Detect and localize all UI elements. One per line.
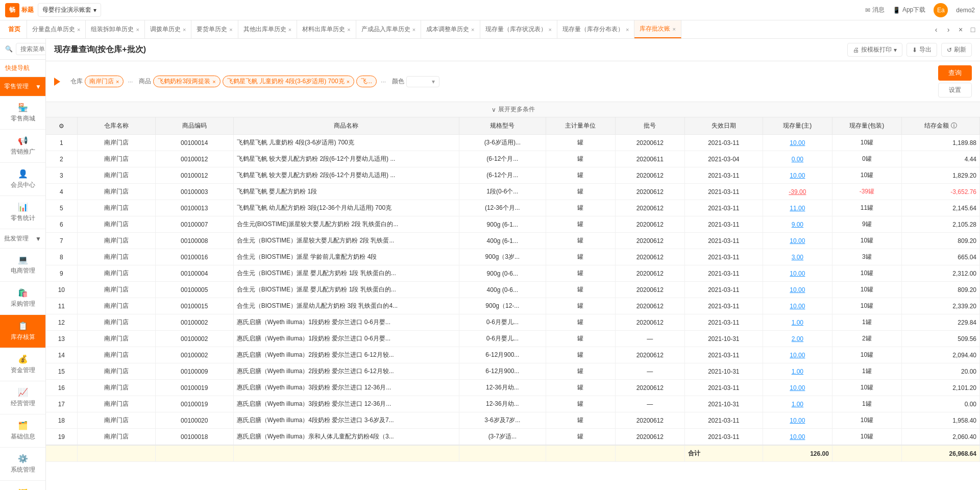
- table-row[interactable]: 12 南岸门店 00100002 惠氏启膳（Wyeth illuma）1段奶粉 …: [46, 314, 980, 331]
- table-row[interactable]: 16 南岸门店 00100019 惠氏启膳（Wyeth illuma）3段奶粉 …: [46, 380, 980, 396]
- table-row[interactable]: 15 南岸门店 00100009 惠氏启膳（Wyeth illuma）2段奶粉 …: [46, 363, 980, 380]
- sidebar-item-system[interactable]: ⚙️系统管理: [0, 448, 45, 481]
- query-btn[interactable]: 查询: [938, 65, 972, 81]
- tab-close-11[interactable]: ×: [672, 26, 675, 32]
- sidebar-item-inventory[interactable]: 📋库存核算: [0, 315, 45, 348]
- table-row[interactable]: 4 南岸门店 00100003 飞鹤星飞帆 婴儿配方奶粉 1段 1段(0-6个.…: [46, 184, 980, 200]
- td-qty-main[interactable]: 11.00: [763, 200, 832, 216]
- table-row[interactable]: 2 南岸门店 00100012 飞鹤星飞帆 较大婴儿配方奶粉 2段(6-12个月…: [46, 151, 980, 167]
- sidebar-item-marketing[interactable]: 📢营销推广: [0, 130, 45, 163]
- tab-close-7[interactable]: ×: [412, 27, 415, 33]
- tab-10[interactable]: 现存量（库存分布表） ×: [557, 20, 634, 38]
- tab-5[interactable]: 其他出库单历史 ×: [238, 20, 297, 38]
- td-qty-main[interactable]: 10.00: [763, 412, 832, 429]
- td-qty-main[interactable]: -39.00: [763, 184, 832, 200]
- table-row[interactable]: 10 南岸门店 00100005 合生元（BIOSTIME）派星 婴儿配方奶粉 …: [46, 282, 980, 298]
- sidebar-item-retail-mall[interactable]: 🏪零售商城: [0, 96, 45, 130]
- tab-maximize-btn[interactable]: □: [968, 24, 978, 35]
- warehouse-tag[interactable]: 南岸门店 ×: [85, 76, 124, 87]
- org-selector[interactable]: 母婴行业演示账套 ▾: [38, 3, 101, 17]
- tab-7[interactable]: 产成品入库单历史 ×: [356, 20, 421, 38]
- tab-2[interactable]: 组装拆卸单历史 ×: [86, 20, 144, 38]
- table-row[interactable]: 11 南岸门店 00100015 合生元（BIOSTIME）派星幼儿配方奶粉 3…: [46, 298, 980, 314]
- sidebar-item-collab[interactable]: 🤝企业协同: [0, 481, 45, 490]
- tab-4[interactable]: 要货单历史 ×: [191, 20, 238, 38]
- tab-close-8[interactable]: ×: [471, 27, 474, 33]
- tab-9[interactable]: 现存量（库存状况表） ×: [480, 20, 557, 38]
- td-qty-main[interactable]: 10.00: [763, 233, 832, 249]
- table-row[interactable]: 1 南岸门店 00100014 飞鹤星飞帆 儿童奶粉 4段(3-6岁适用) 70…: [46, 135, 980, 151]
- table-row[interactable]: 6 南岸门店 00100007 合生元(BIOSTIME)派星较大婴儿配方奶粉 …: [46, 216, 980, 233]
- table-row[interactable]: 14 南岸门店 00100002 惠氏启膳（Wyeth illuma）2段奶粉 …: [46, 347, 980, 363]
- tab-3[interactable]: 调拨单历史 ×: [145, 20, 191, 38]
- warehouse-remove-icon[interactable]: ×: [116, 79, 119, 85]
- goods-ellipsis-btn[interactable]: ···: [381, 78, 386, 85]
- sidebar-item-operations[interactable]: 📈经营管理: [0, 381, 45, 414]
- tab-close-3[interactable]: ×: [183, 27, 186, 33]
- tab-6[interactable]: 材料出库单历史 ×: [297, 20, 356, 38]
- td-qty-main[interactable]: 10.00: [763, 429, 832, 446]
- export-btn[interactable]: ⬇ 导出: [906, 43, 937, 57]
- sidebar-item-finance[interactable]: 💰资金管理: [0, 348, 45, 381]
- setting-btn[interactable]: 设置: [938, 83, 972, 97]
- td-qty-main[interactable]: 9.00: [763, 216, 832, 233]
- search-input[interactable]: [16, 43, 46, 55]
- table-row[interactable]: 7 南岸门店 00100008 合生元（BIOSTIME）派星较大婴儿配方奶粉 …: [46, 233, 980, 249]
- tab-1[interactable]: 分量盘点单历史 ×: [27, 20, 86, 38]
- expand-conditions-btn[interactable]: ∨ 展开更多条件: [54, 105, 972, 114]
- td-qty-main[interactable]: 10.00: [763, 167, 832, 184]
- td-qty-main[interactable]: 2.00: [763, 331, 832, 347]
- color-selector[interactable]: ▾: [406, 76, 439, 87]
- tab-close-2[interactable]: ×: [136, 27, 139, 33]
- tab-next-btn[interactable]: ›: [943, 24, 953, 35]
- sidebar-item-ecommerce[interactable]: 💻电商管理: [0, 249, 45, 282]
- table-row[interactable]: 13 南岸门店 00100002 惠氏启膳（Wyeth illuma）1段奶粉 …: [46, 331, 980, 347]
- table-row[interactable]: 9 南岸门店 00100004 合生元（BIOSTIME）派星 婴儿配方奶粉 1…: [46, 265, 980, 282]
- app-download-btn[interactable]: 📱 App下载: [893, 6, 925, 14]
- warehouse-ellipsis-btn[interactable]: ···: [128, 78, 133, 85]
- tab-close-10[interactable]: ×: [626, 27, 629, 33]
- td-qty-main[interactable]: 1.00: [763, 363, 832, 380]
- goods-tag-1-remove[interactable]: ×: [212, 79, 215, 85]
- sidebar-item-members[interactable]: 👤会员中心: [0, 163, 45, 196]
- goods-tag-3[interactable]: 飞...: [356, 76, 377, 87]
- filter-expand-toggle[interactable]: [54, 78, 60, 86]
- goods-tag-1[interactable]: 飞鹤奶粉3段两提装 ×: [153, 76, 220, 87]
- tab-home[interactable]: 首页: [2, 20, 27, 38]
- td-qty-main[interactable]: 10.00: [763, 380, 832, 396]
- td-qty-main[interactable]: 10.00: [763, 265, 832, 282]
- goods-tag-2[interactable]: 飞鹤星飞帆 儿童奶粉 4段(3-6岁适用) 700克 ×: [223, 76, 354, 87]
- table-row[interactable]: 17 南岸门店 00100019 惠氏启膳（Wyeth illuma）3段奶粉 …: [46, 396, 980, 412]
- td-qty-main[interactable]: 1.00: [763, 396, 832, 412]
- sidebar-item-wholesale[interactable]: 批发管理▼: [0, 229, 45, 249]
- tab-close-6[interactable]: ×: [347, 27, 350, 33]
- td-qty-main[interactable]: 0.00: [763, 151, 832, 167]
- th-setting[interactable]: ⚙: [46, 117, 77, 135]
- refresh-btn[interactable]: ↺ 刷新: [941, 43, 972, 57]
- avatar[interactable]: Ea: [934, 3, 948, 17]
- tab-close-1[interactable]: ×: [77, 27, 80, 33]
- td-qty-main[interactable]: 10.00: [763, 298, 832, 314]
- table-row[interactable]: 3 南岸门店 00100012 飞鹤星飞帆 较大婴儿配方奶粉 2段(6-12个月…: [46, 167, 980, 184]
- td-qty-main[interactable]: 1.00: [763, 314, 832, 331]
- tab-8[interactable]: 成本调整单历史 ×: [421, 20, 480, 38]
- template-print-btn[interactable]: 🖨 按模板打印 ▾: [847, 43, 902, 57]
- sidebar-item-base-info[interactable]: 🗂️基础信息: [0, 414, 45, 448]
- quick-nav[interactable]: 快捷导航: [0, 60, 45, 77]
- tab-11[interactable]: 库存批次账 ×: [634, 20, 681, 38]
- tab-prev-btn[interactable]: ‹: [931, 24, 941, 35]
- td-qty-main[interactable]: 10.00: [763, 282, 832, 298]
- table-row[interactable]: 19 南岸门店 00100018 惠氏启膳（Wyeth illuma）亲和人体儿…: [46, 429, 980, 446]
- sidebar-item-purchase[interactable]: 🛍️采购管理: [0, 282, 45, 315]
- tab-close-all-btn[interactable]: ×: [955, 24, 966, 35]
- tab-close-5[interactable]: ×: [288, 27, 291, 33]
- table-row[interactable]: 5 南岸门店 00100013 飞鹤星飞帆 幼儿配方奶粉 3段(12-36个月幼…: [46, 200, 980, 216]
- message-btn[interactable]: ✉ 消息: [865, 6, 885, 14]
- sidebar-item-retail-management[interactable]: 零售管理 ▼: [0, 77, 45, 96]
- table-row[interactable]: 18 南岸门店 00100020 惠氏启膳（Wyeth illuma）4段奶粉 …: [46, 412, 980, 429]
- table-row[interactable]: 8 南岸门店 00100016 合生元（BIOSTIME）派星 学龄前儿童配方奶…: [46, 249, 980, 265]
- td-qty-main[interactable]: 10.00: [763, 135, 832, 151]
- sidebar-item-retail-stats[interactable]: 📊零售统计: [0, 196, 45, 229]
- goods-tag-2-remove[interactable]: ×: [347, 79, 350, 85]
- tab-close-9[interactable]: ×: [549, 27, 552, 33]
